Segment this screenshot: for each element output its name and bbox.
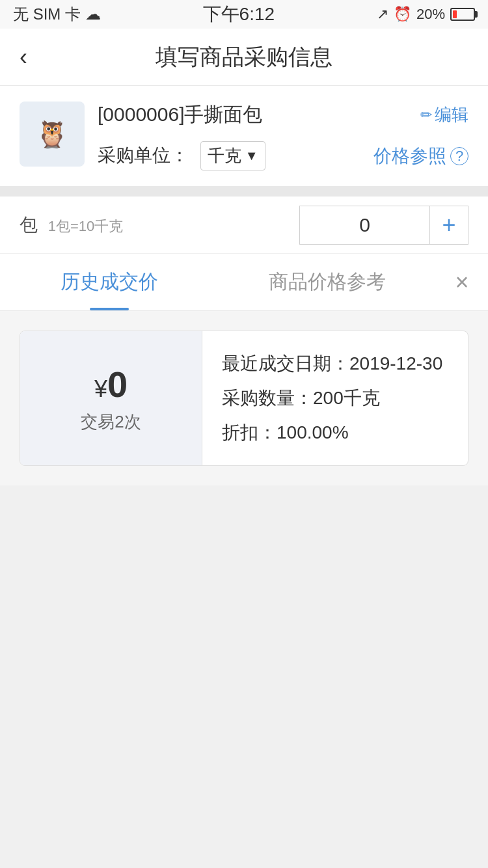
battery-percent: 20%	[416, 6, 445, 23]
status-right: ↗ ⏰ 20%	[377, 6, 475, 23]
price-amount: 0	[107, 364, 128, 405]
unit-value: 千克	[208, 144, 241, 167]
tab-price-reference[interactable]: 商品价格参考	[218, 254, 436, 310]
battery-icon	[450, 8, 475, 21]
product-header: [0000006]手撕面包 ✏ 编辑	[98, 102, 468, 128]
purchase-qty-label: 采购数量：	[222, 388, 313, 408]
edit-icon: ✏	[420, 107, 432, 124]
edit-label: 编辑	[435, 103, 468, 126]
close-button[interactable]: ×	[436, 254, 488, 311]
product-unit-row: 采购单位： 千克 ▼ 价格参照 ?	[98, 141, 468, 170]
purchase-qty-row: 采购数量：200千克	[222, 385, 448, 411]
tabs-container: 历史成交价 商品价格参考 ×	[0, 254, 488, 311]
conversion-text: 1包=10千克	[48, 218, 124, 234]
tab-active-underline	[90, 308, 129, 310]
product-info: [0000006]手撕面包 ✏ 编辑 采购单位： 千克 ▼ 价格参照 ?	[98, 102, 468, 170]
price-reference-button[interactable]: 价格参照 ?	[373, 144, 468, 169]
purchase-qty-value: 200千克	[313, 388, 380, 408]
quantity-controls: +	[299, 206, 468, 245]
tab-reference-label: 商品价格参考	[269, 269, 386, 295]
discount-row: 折扣：100.00%	[222, 420, 448, 445]
section-divider	[0, 186, 488, 197]
price-details: 最近成交日期：2019-12-30 采购数量：200千克 折扣：100.00%	[202, 331, 468, 465]
price-summary: ¥0 交易2次	[20, 331, 202, 465]
recent-date-row: 最近成交日期：2019-12-30	[222, 351, 448, 376]
unit-label: 采购单位：	[98, 145, 189, 165]
quantity-row: 包 1包=10千克 +	[0, 197, 488, 254]
status-bar: 无 SIM 卡 ☁ 下午6:12 ↗ ⏰ 20%	[0, 0, 488, 29]
recent-date-value: 2019-12-30	[349, 353, 442, 373]
nav-bar: ‹ 填写商品采购信息	[0, 29, 488, 86]
trade-count: 交易2次	[81, 411, 141, 433]
currency-symbol: ¥	[94, 375, 107, 402]
price-card-area: ¥0 交易2次 最近成交日期：2019-12-30 采购数量：200千克 折扣：…	[0, 311, 488, 485]
recent-date-label: 最近成交日期：	[222, 353, 349, 373]
unit-area: 采购单位： 千克 ▼	[98, 141, 265, 170]
help-icon: ?	[450, 147, 468, 165]
quantity-plus-button[interactable]: +	[429, 206, 468, 245]
product-name: [0000006]手撕面包	[98, 102, 262, 128]
price-display: ¥0	[94, 363, 128, 405]
discount-value: 100.00%	[277, 422, 349, 442]
package-label: 包	[20, 215, 38, 235]
sim-label: 无 SIM 卡 ☁	[13, 4, 101, 25]
tab-history-price[interactable]: 历史成交价	[0, 254, 218, 310]
price-ref-label: 价格参照	[373, 144, 446, 169]
product-image-icon: 🦉	[36, 119, 68, 150]
edit-button[interactable]: ✏ 编辑	[420, 103, 468, 126]
status-time: 下午6:12	[203, 2, 275, 27]
discount-label: 折扣：	[222, 422, 277, 442]
alarm-icon: ⏰	[394, 6, 411, 23]
quantity-label-area: 包 1包=10千克	[20, 213, 123, 237]
product-section: 🦉 [0000006]手撕面包 ✏ 编辑 采购单位： 千克 ▼	[0, 86, 488, 186]
back-button[interactable]: ‹	[20, 44, 27, 71]
unit-select[interactable]: 千克 ▼	[200, 141, 265, 170]
navigation-icon: ↗	[377, 6, 388, 23]
tab-history-label: 历史成交价	[61, 269, 158, 295]
quantity-input[interactable]	[299, 206, 429, 245]
product-thumbnail: 🦉	[20, 102, 85, 167]
price-card: ¥0 交易2次 最近成交日期：2019-12-30 采购数量：200千克 折扣：…	[20, 331, 468, 466]
dropdown-icon: ▼	[245, 148, 258, 163]
page-title: 填写商品采购信息	[156, 42, 332, 72]
product-row: 🦉 [0000006]手撕面包 ✏ 编辑 采购单位： 千克 ▼	[20, 102, 468, 170]
status-left: 无 SIM 卡 ☁	[13, 4, 101, 25]
